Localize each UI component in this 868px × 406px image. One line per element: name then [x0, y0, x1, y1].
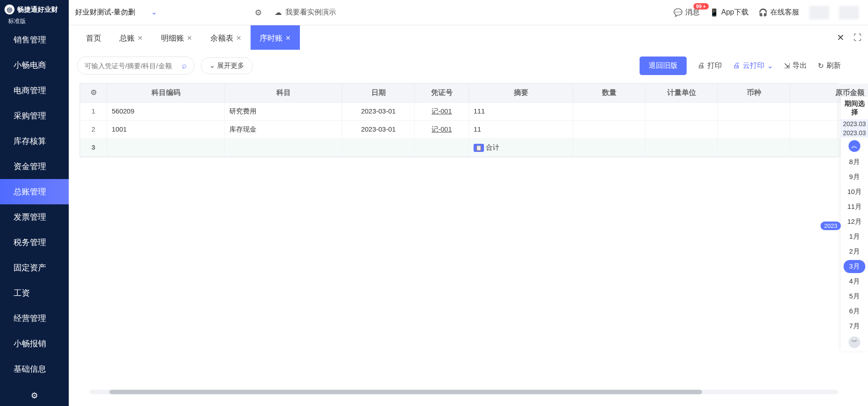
- horizontal-scrollbar[interactable]: [90, 390, 838, 394]
- sidebar-item[interactable]: 基础信息: [0, 356, 69, 382]
- demo-link[interactable]: ☁ 我要看实例演示: [275, 8, 336, 17]
- org-selector[interactable]: 好业财测试-量勿删 ⌄: [75, 8, 157, 17]
- cell-date: 2023-03-01: [342, 121, 415, 139]
- total-unit: [645, 139, 718, 157]
- total-summary: 📋合计: [469, 139, 573, 157]
- messages-button[interactable]: 💬 消息 99 +: [674, 8, 700, 17]
- cell-idx: 2: [80, 121, 107, 139]
- tab-close-icon[interactable]: ✕: [138, 34, 143, 42]
- expand-more-label: 展开更多: [217, 61, 244, 70]
- sidebar-item[interactable]: 电商管理: [0, 78, 69, 103]
- month-option[interactable]: 10月: [841, 184, 868, 199]
- period-from[interactable]: 2023.03: [841, 119, 868, 128]
- column-settings-icon[interactable]: ⚙: [80, 84, 107, 103]
- grid-body: 1560209研究费用2023-03-01记-00111121001库存现金20…: [80, 103, 838, 139]
- phone-icon: 📱: [710, 8, 719, 17]
- table-row[interactable]: 1560209研究费用2023-03-01记-001111: [80, 103, 838, 121]
- close-icon[interactable]: ✕: [837, 32, 844, 43]
- scrollbar-thumb[interactable]: [109, 390, 702, 394]
- sidebar-item[interactable]: 发票管理: [0, 204, 69, 230]
- cloud-print-label: 云打印: [743, 61, 764, 71]
- calendar-icon: 📋: [474, 144, 484, 152]
- sidebar-item[interactable]: 总账管理: [0, 179, 69, 204]
- tab[interactable]: 明细账✕: [152, 25, 201, 50]
- tab[interactable]: 首页: [77, 25, 110, 50]
- avatar[interactable]: [809, 6, 829, 19]
- total-date: [342, 139, 415, 157]
- search-icon[interactable]: ⌕: [182, 61, 187, 71]
- tab-close-icon[interactable]: ✕: [187, 34, 192, 42]
- month-option[interactable]: 3月: [844, 260, 865, 273]
- period-to[interactable]: 2023.03: [841, 128, 868, 137]
- col-subject[interactable]: 科目: [225, 84, 342, 103]
- gear-icon[interactable]: ⚙: [0, 391, 69, 401]
- cloud-print-icon: 🖨: [733, 61, 740, 70]
- search-input[interactable]: [85, 62, 182, 70]
- download-button[interactable]: 📱 App下载: [710, 8, 749, 17]
- col-unit[interactable]: 计量单位: [645, 84, 718, 103]
- tab-close-icon[interactable]: ✕: [236, 34, 242, 42]
- sidebar-item[interactable]: 工资: [0, 280, 69, 306]
- printer-icon: 🖨: [697, 61, 705, 70]
- month-option[interactable]: 2月: [841, 244, 868, 259]
- avatar-alt[interactable]: [839, 6, 859, 19]
- sidebar-item[interactable]: 经营管理: [0, 306, 69, 331]
- month-option[interactable]: 12月: [841, 214, 868, 229]
- sidebar-item[interactable]: 小畅电商: [0, 52, 69, 78]
- cell-voucher[interactable]: 记-001: [415, 121, 469, 139]
- refresh-button[interactable]: ↻ 刷新: [818, 61, 841, 71]
- tabs: 首页总账✕明细账✕余额表✕序时账✕ ✕ ⛶: [69, 25, 868, 50]
- fullscreen-icon[interactable]: ⛶: [854, 33, 862, 42]
- period-title: 期间选择: [841, 97, 868, 119]
- col-qty[interactable]: 数量: [573, 84, 645, 103]
- col-currency[interactable]: 币种: [718, 84, 790, 103]
- tab[interactable]: 序时账✕: [251, 25, 300, 50]
- sidebar-item[interactable]: 采购管理: [0, 103, 69, 128]
- col-date[interactable]: 日期: [342, 84, 415, 103]
- month-list: 8月9月10月11月12月1月2月3月4月5月6月7月: [841, 155, 868, 334]
- messages-badge: 99 +: [693, 3, 709, 9]
- month-option[interactable]: 6月: [841, 304, 868, 319]
- sidebar: ◎ 畅捷通好业财 标准版 销售管理小畅电商电商管理采购管理库存核算资金管理总账管…: [0, 0, 69, 406]
- month-option[interactable]: 9月: [841, 170, 868, 184]
- chevron-down-icon[interactable]: ︾: [849, 336, 860, 348]
- month-option[interactable]: 5月: [841, 289, 868, 304]
- header-right: 💬 消息 99 + 📱 App下载 🎧 在线客服: [674, 6, 868, 19]
- expand-more-button[interactable]: ⌄ 展开更多: [201, 57, 253, 74]
- total-voucher: [415, 139, 469, 157]
- cloud-print-button[interactable]: 🖨 云打印 ⌄: [733, 61, 773, 71]
- year-badge: 2023: [821, 222, 841, 230]
- toolbar: ⌕ ⌄ 展开更多 退回旧版 🖨 打印 🖨 云打印 ⌄ ⇲ 导出 ↻ 刷新: [77, 55, 841, 76]
- total-qty: [573, 139, 645, 157]
- sidebar-item[interactable]: 固定资产: [0, 255, 69, 280]
- table-row[interactable]: 21001库存现金2023-03-01记-00111: [80, 121, 838, 139]
- sidebar-item[interactable]: 资金管理: [0, 154, 69, 179]
- chevron-down-icon[interactable]: ⌄: [151, 8, 157, 16]
- tab-label: 明细账: [161, 33, 184, 43]
- cell-voucher[interactable]: 记-001: [415, 103, 469, 121]
- cell-currency: [718, 121, 790, 139]
- tab-close-icon[interactable]: ✕: [285, 34, 291, 42]
- month-option[interactable]: 4月: [841, 274, 868, 289]
- sidebar-item[interactable]: 销售管理: [0, 27, 69, 52]
- sidebar-item[interactable]: 小畅报销: [0, 331, 69, 356]
- month-option[interactable]: 7月: [841, 319, 868, 334]
- tab[interactable]: 余额表✕: [201, 25, 251, 50]
- col-voucher[interactable]: 凭证号: [415, 84, 469, 103]
- old-version-button[interactable]: 退回旧版: [640, 57, 687, 75]
- sidebar-item[interactable]: 税务管理: [0, 230, 69, 255]
- col-code[interactable]: 科目编码: [107, 84, 225, 103]
- brand-logo-icon: ◎: [5, 5, 14, 14]
- col-summary[interactable]: 摘要: [469, 84, 573, 103]
- export-button[interactable]: ⇲ 导出: [784, 61, 807, 71]
- chevron-up-icon[interactable]: ︽: [849, 140, 860, 152]
- month-option[interactable]: 1月: [841, 229, 868, 244]
- tab[interactable]: 总账✕: [110, 25, 152, 50]
- sidebar-item[interactable]: 库存核算: [0, 128, 69, 154]
- print-button[interactable]: 🖨 打印: [697, 61, 722, 71]
- support-button[interactable]: 🎧 在线客服: [759, 8, 799, 17]
- settings-icon[interactable]: ⚙: [255, 8, 262, 18]
- month-option[interactable]: 8月: [841, 155, 868, 170]
- month-option[interactable]: 11月: [841, 199, 868, 214]
- nav-list: 销售管理小畅电商电商管理采购管理库存核算资金管理总账管理发票管理税务管理固定资产…: [0, 27, 69, 382]
